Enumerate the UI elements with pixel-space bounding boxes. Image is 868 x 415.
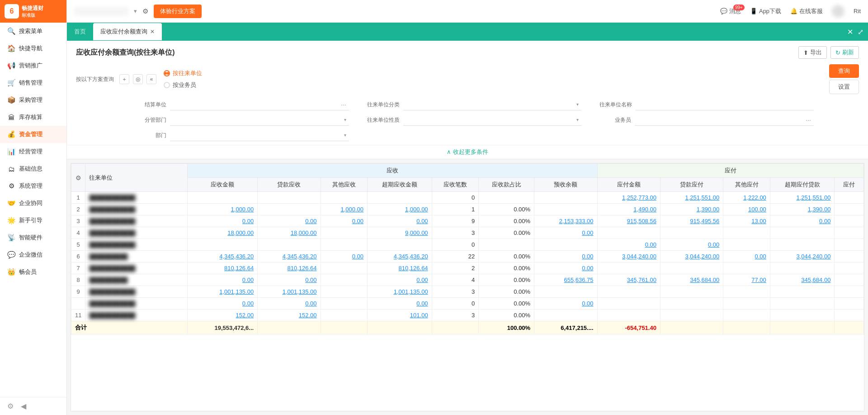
th-gear[interactable]: ⚙ — [71, 164, 85, 192]
cell-ar_amount[interactable]: 0.00 — [187, 215, 258, 227]
setting-button[interactable]: 设置 — [829, 80, 859, 94]
sidebar-item-search[interactable]: 🔍搜索菜单 — [0, 23, 66, 40]
sidebar-item-system[interactable]: ⚙系统管理 — [0, 177, 66, 195]
cell-ap_loan[interactable]: 1,390.00 — [660, 204, 723, 215]
cell-ar_loan[interactable]: 18,000.00 — [258, 227, 321, 239]
cell-ar_amount[interactable]: 4,345,436.20 — [187, 251, 258, 262]
cell-ar_overdue[interactable]: 0.00 — [368, 274, 432, 286]
cell-ap_loan[interactable]: 345,684.00 — [660, 274, 723, 286]
sidebar-item-marketing[interactable]: 📢营销推广 — [0, 57, 66, 74]
cell-ap_amount[interactable]: 1,252,773.00 — [597, 192, 660, 204]
collapse-more-btn[interactable]: ∧ 收起更多条件 — [67, 145, 868, 159]
notification-item[interactable]: 💬 消息 99+ — [720, 7, 741, 15]
cell-ar_amount[interactable]: 152.00 — [187, 310, 258, 321]
cell-ar_overdue[interactable]: 0.00 — [368, 298, 432, 310]
tab-close-all-icon[interactable]: ✕ — [847, 28, 853, 36]
unit-nature-input[interactable]: ▾ — [403, 114, 581, 126]
cell-ap_amount[interactable]: 3,044,240.00 — [597, 251, 660, 262]
cell-ar_amount[interactable]: 1,000.00 — [187, 204, 258, 215]
settings-gear-icon[interactable]: ⚙ — [142, 7, 148, 15]
dept-input[interactable]: ▾ — [170, 114, 349, 126]
online-service-item[interactable]: 🔔 在线客服 — [790, 7, 823, 15]
cell-ap_overdue[interactable]: 0.00 — [770, 215, 835, 227]
sidebar-item-guide[interactable]: 🌟新手引导 — [0, 212, 66, 229]
company-dropdown-arrow[interactable]: ▾ — [134, 8, 137, 14]
table-settings-icon[interactable]: ⚙ — [75, 174, 81, 181]
cell-ar_overdue[interactable]: 1,000.00 — [368, 204, 432, 215]
cell-ar_amount[interactable]: 1,001,135.00 — [187, 286, 258, 298]
query-button[interactable]: 查询 — [829, 64, 859, 78]
app-download-item[interactable]: 📱 App下载 — [750, 7, 781, 15]
cell-ar_advance[interactable]: 655,636.75 — [534, 274, 597, 286]
cell-ap_other[interactable]: 100.00 — [723, 204, 770, 215]
cell-ar_loan[interactable]: 4,345,436.20 — [258, 251, 321, 262]
cell-ap_other[interactable]: 1,222.00 — [723, 192, 770, 204]
cell-ar_loan[interactable]: 810,126.64 — [258, 262, 321, 274]
cell-ap_loan[interactable]: 915,495.56 — [660, 215, 723, 227]
cell-ar_amount[interactable]: 18,000.00 — [187, 227, 258, 239]
tab-home[interactable]: 首页 — [67, 23, 93, 40]
target-filter-btn[interactable]: ◎ — [133, 74, 143, 84]
sidebar-item-inventory[interactable]: 🏛库存核算 — [0, 109, 66, 126]
staff-input[interactable]: ··· — [635, 114, 814, 126]
cell-ap_loan[interactable]: 3,044,240.00 — [660, 251, 723, 262]
cell-ar_overdue[interactable]: 101.00 — [368, 310, 432, 321]
cell-ar_loan[interactable]: 0.00 — [258, 274, 321, 286]
cell-ar_amount[interactable]: 0.00 — [187, 298, 258, 310]
sidebar-collapse-icon[interactable]: ◀ — [21, 402, 26, 410]
cell-ar_loan[interactable]: 0.00 — [258, 215, 321, 227]
cell-ap_loan[interactable]: 1,251,551.00 — [660, 192, 723, 204]
cell-ar_overdue[interactable]: 810,126.64 — [368, 262, 432, 274]
sidebar-item-sales[interactable]: 🛒销售管理 — [0, 74, 66, 91]
cell-ar_other[interactable]: 0.00 — [321, 215, 368, 227]
add-filter-btn[interactable]: ＋ — [119, 74, 129, 84]
cell-ap_amount[interactable]: 0.00 — [597, 239, 660, 251]
sidebar-item-operation[interactable]: 📊经营管理 — [0, 143, 66, 160]
trial-button[interactable]: 体验行业方案 — [154, 5, 202, 18]
cell-ap_overdue[interactable]: 345,684.00 — [770, 274, 835, 286]
cell-ar_overdue[interactable]: 9,000.00 — [368, 227, 432, 239]
department-input[interactable]: ▾ — [170, 129, 349, 141]
cell-ar_loan[interactable]: 1,001,135.00 — [258, 286, 321, 298]
sidebar-item-finance[interactable]: 💰资金管理 — [0, 126, 66, 143]
cell-ap_overdue[interactable]: 1,390.00 — [770, 204, 835, 215]
tab-balance[interactable]: 应收应付余额查询 ✕ — [93, 23, 162, 40]
cell-ar_loan[interactable]: 0.00 — [258, 298, 321, 310]
cell-ap_other[interactable]: 0.00 — [723, 251, 770, 262]
filter-option-by-staff[interactable]: 按业务员 — [164, 80, 202, 90]
cell-ap_amount[interactable]: 1,490.00 — [597, 204, 660, 215]
settlement-input[interactable]: ··· — [170, 99, 349, 110]
cell-ap_other[interactable]: 13.00 — [723, 215, 770, 227]
unit-type-input[interactable]: ▾ — [403, 99, 581, 110]
cell-ar_other[interactable]: 1,000.00 — [321, 204, 368, 215]
table-scroll[interactable]: ⚙ 往来单位 应收 应付 应收金额 贷款应收 其他应收 超期应收金额 应收笔数 … — [71, 163, 864, 411]
cell-ar_other[interactable]: 0.00 — [321, 251, 368, 262]
refresh-button[interactable]: ↻ 刷新 — [830, 46, 859, 59]
cell-ar_overdue[interactable]: 4,345,436.20 — [368, 251, 432, 262]
cell-ar_loan[interactable]: 152.00 — [258, 310, 321, 321]
sidebar-item-wechat[interactable]: 💬企业微信 — [0, 246, 66, 263]
cell-ar_advance[interactable]: 0.00 — [534, 227, 597, 239]
sidebar-item-enterprise[interactable]: 🤝企业协同 — [0, 195, 66, 212]
unit-name-input[interactable] — [636, 99, 814, 110]
cell-ar_advance[interactable]: 0.00 — [534, 251, 597, 262]
tab-close-icon[interactable]: ✕ — [150, 29, 155, 35]
cell-ap_other[interactable]: 77.00 — [723, 274, 770, 286]
sidebar-item-purchase[interactable]: 📦采购管理 — [0, 91, 66, 109]
sidebar-item-quicknav[interactable]: 🏠快捷导航 — [0, 40, 66, 57]
cell-ar_advance[interactable]: 2,153,333.00 — [534, 215, 597, 227]
sidebar-settings-icon[interactable]: ⚙ — [7, 402, 14, 410]
collapse-filter-btn[interactable]: « — [146, 74, 156, 84]
sidebar-item-hardware[interactable]: 📡智能硬件 — [0, 229, 66, 246]
cell-ar_amount[interactable]: 0.00 — [187, 274, 258, 286]
cell-ap_amount[interactable]: 345,761.00 — [597, 274, 660, 286]
tab-expand-icon[interactable]: ⤢ — [858, 28, 863, 36]
sidebar-item-member[interactable]: 👑畅会员 — [0, 263, 66, 281]
cell-ap_overdue[interactable]: 3,044,240.00 — [770, 251, 835, 262]
cell-ap_overdue[interactable]: 1,251,551.00 — [770, 192, 835, 204]
cell-ar_overdue[interactable]: 1,001,135.00 — [368, 286, 432, 298]
cell-ar_advance[interactable]: 0.00 — [534, 298, 597, 310]
cell-ar_advance[interactable]: 0.00 — [534, 262, 597, 274]
filter-option-by-unit[interactable]: 按往来单位 — [164, 68, 202, 78]
cell-ar_amount[interactable]: 810,126.64 — [187, 262, 258, 274]
